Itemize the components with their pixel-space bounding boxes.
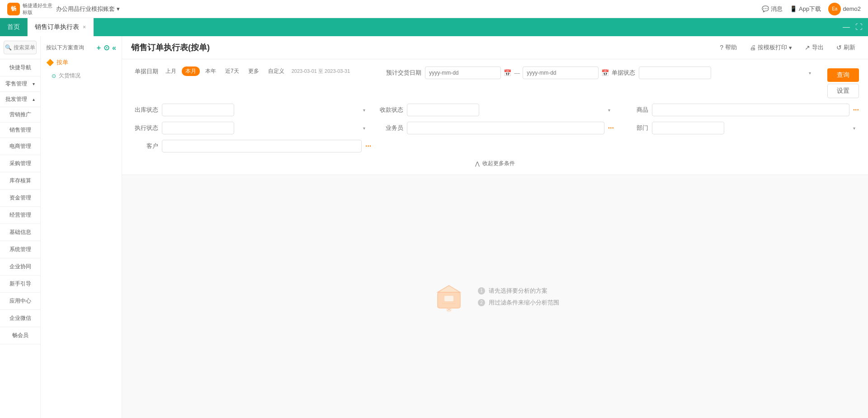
tab-actions: — ⛶ <box>837 23 868 31</box>
help-icon: ? <box>720 44 723 51</box>
order-status-chevron-icon: ▾ <box>809 71 811 76</box>
sidebar-item-quick-nav[interactable]: 快捷导航 <box>0 59 40 76</box>
sidebar-item-operations[interactable]: 经营管理 <box>0 207 40 224</box>
empty-tip-2: 2 用过滤条件来缩小分析范围 <box>478 297 559 309</box>
sidebar-item-guide[interactable]: 新手引导 <box>0 276 40 293</box>
content-area: 按以下方案查询 + ⊙ « 🔶 按单 ⊙ 欠货情况 销售订单执行表(按单) <box>41 36 868 418</box>
calendar-start-icon[interactable]: 📅 <box>504 69 511 76</box>
sidebar-item-sales[interactable]: 销售管理 <box>0 123 40 138</box>
department-select[interactable] <box>652 122 724 134</box>
sidebar-item-wechat[interactable]: 企业微信 <box>0 310 40 327</box>
query-button[interactable]: 查询 <box>827 68 859 82</box>
page-header-actions: ? 帮助 🖨 按模板打印 ▾ ↗ 导出 ↺ 刷新 <box>716 42 859 53</box>
sidebar-item-enterprise[interactable]: 企业协同 <box>0 258 40 276</box>
shortcut-custom[interactable]: 自定义 <box>264 66 288 76</box>
help-button[interactable]: ? 帮助 <box>716 42 741 53</box>
chevron-right-icon: ▾ <box>33 81 35 86</box>
message-action[interactable]: 💬 消息 <box>762 5 783 13</box>
tab-close-icon[interactable]: × <box>83 24 86 30</box>
date-range-display: 2023-03-01 至 2023-03-31 <box>292 68 350 75</box>
execution-status-select[interactable] <box>162 122 234 134</box>
left-panel-header: 按以下方案查询 + ⊙ « <box>41 42 122 56</box>
execution-status-select-wrapper: ▾ <box>162 122 369 134</box>
receipt-status-select[interactable] <box>407 104 479 116</box>
user-action[interactable]: Ea demo2 <box>828 3 861 15</box>
receipt-status-select-wrapper: ▾ <box>407 104 614 116</box>
shortcut-this-year[interactable]: 本年 <box>202 66 220 76</box>
download-action[interactable]: 📱 App下载 <box>790 5 821 13</box>
sidebar-item-system[interactable]: 系统管理 <box>0 241 40 258</box>
collapse-panel-icon[interactable]: « <box>112 44 116 52</box>
product-input[interactable] <box>652 104 849 116</box>
scheme-icon-main: 🔶 <box>46 59 54 66</box>
sidebar-item-finance[interactable]: 资金管理 <box>0 190 40 207</box>
customer-label: 客户 <box>131 142 158 150</box>
sidebar-item-wholesale[interactable]: 批发管理 ▴ <box>0 92 40 107</box>
query-actions: 查询 设置 <box>822 66 859 98</box>
app-selector[interactable]: 办公用品行业模拟账套 ▾ <box>56 5 120 13</box>
date-label: 单据日期 <box>131 67 158 76</box>
sidebar-item-retail[interactable]: 零售管理 ▾ <box>0 76 40 92</box>
top-header-right: 💬 消息 📱 App下载 Ea demo2 <box>762 3 861 15</box>
predicted-date-end[interactable] <box>523 66 599 79</box>
shortcut-this-month[interactable]: 本月 <box>182 66 200 76</box>
svg-rect-2 <box>444 296 453 301</box>
sidebar-item-ecommerce[interactable]: 电商管理 <box>0 138 40 155</box>
sidebar-item-purchase[interactable]: 采购管理 <box>0 155 40 172</box>
delivery-status-chevron-icon: ▾ <box>363 108 365 113</box>
print-button[interactable]: 🖨 按模板打印 ▾ <box>746 42 796 53</box>
page-title: 销售订单执行表(按单) <box>131 42 210 53</box>
delivery-status-select-wrapper: ▾ <box>162 104 369 116</box>
customer-input[interactable] <box>162 140 362 152</box>
predicted-date-start[interactable] <box>425 66 501 79</box>
logo-text: 畅捷通好生意 标版 <box>23 2 52 15</box>
sidebar-item-app-center[interactable]: 应用中心 <box>0 293 40 310</box>
maximize-icon[interactable]: ⛶ <box>855 23 863 31</box>
main-layout: 🔍 搜索菜单 快捷导航 零售管理 ▾ 批发管理 ▴ 营销推广 销售管理 电商管理… <box>0 36 868 418</box>
sidebar-item-members[interactable]: 畅会员 <box>0 327 40 344</box>
message-icon: 💬 <box>762 5 769 12</box>
predicted-date-label: 预计交货日期 <box>386 69 421 77</box>
empty-illustration <box>431 279 467 315</box>
date-shortcuts: 上月 本月 本年 近7天 更多 自定义 <box>162 66 288 76</box>
receipt-status-label: 收款状态 <box>376 106 403 114</box>
salesperson-ellipsis-icon[interactable]: ··· <box>608 124 614 132</box>
chevron-down-icon: ▾ <box>117 5 120 12</box>
scheme-item-main[interactable]: 🔶 按单 <box>41 56 122 69</box>
settings-button[interactable]: 设置 <box>827 84 859 98</box>
scheme-item-sub[interactable]: ⊙ 欠货情况 <box>41 69 122 82</box>
shortcut-more[interactable]: 更多 <box>245 66 263 76</box>
shortcut-last-month[interactable]: 上月 <box>162 66 180 76</box>
search-button[interactable]: 🔍 搜索菜单 <box>4 41 37 54</box>
customer-ellipsis-icon[interactable]: ··· <box>365 142 371 150</box>
sidebar-item-marketing[interactable]: 营销推广 <box>0 107 40 123</box>
minimize-icon[interactable]: — <box>843 23 850 31</box>
refresh-button[interactable]: ↺ 刷新 <box>833 42 859 53</box>
sidebar-item-inventory[interactable]: 库存核算 <box>0 172 40 190</box>
svg-marker-1 <box>438 285 460 292</box>
empty-state-content: 1 请先选择要分析的方案 2 用过滤条件来缩小分析范围 <box>431 279 559 315</box>
department-select-wrapper: ▾ <box>652 122 859 134</box>
shortcut-7days[interactable]: 近7天 <box>222 66 243 76</box>
department-label: 部门 <box>621 124 648 132</box>
add-scheme-icon[interactable]: + <box>97 44 101 52</box>
avatar: Ea <box>828 3 841 15</box>
left-panel-actions: + ⊙ « <box>97 43 116 52</box>
sidebar-item-basic-info[interactable]: 基础信息 <box>0 224 40 241</box>
salesperson-input[interactable] <box>407 122 604 134</box>
top-header: 畅 畅捷通好生意 标版 办公用品行业模拟账套 ▾ 💬 消息 📱 App下载 Ea… <box>0 0 868 18</box>
sidebar-search: 🔍 搜索菜单 <box>0 36 40 59</box>
tab-active[interactable]: 销售订单执行表 × <box>28 18 94 36</box>
edit-scheme-icon[interactable]: ⊙ <box>104 43 109 52</box>
main-content: 销售订单执行表(按单) ? 帮助 🖨 按模板打印 ▾ ↗ 导出 <box>122 36 868 418</box>
export-button[interactable]: ↗ 导出 <box>801 42 827 53</box>
delivery-status-select[interactable] <box>162 104 234 116</box>
order-status-select[interactable] <box>639 66 711 79</box>
filter-area: 单据日期 上月 本月 本年 近7天 更多 自定义 2023-03-01 至 20… <box>122 59 868 175</box>
collapse-filter-button[interactable]: ⋀ 收起更多条件 <box>131 156 859 167</box>
tab-home[interactable]: 首页 <box>0 18 28 36</box>
delivery-status-label: 出库状态 <box>131 106 158 114</box>
print-icon: 🖨 <box>750 44 756 51</box>
product-ellipsis-icon[interactable]: ··· <box>853 106 859 114</box>
empty-tip-1: 1 请先选择要分析的方案 <box>478 285 559 297</box>
